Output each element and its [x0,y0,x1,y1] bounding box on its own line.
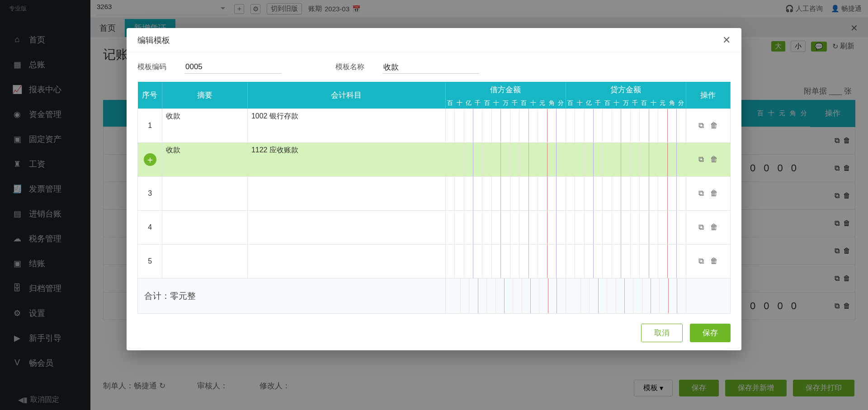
subject-cell[interactable] [247,177,445,211]
credit-cell[interactable] [566,177,686,211]
modal-save-button[interactable]: 保存 [690,324,731,342]
modal-close-button[interactable]: ✕ [722,34,731,46]
modal-title: 编辑模板 [137,35,170,46]
credit-cell[interactable] [566,245,686,278]
subject-cell[interactable] [247,245,445,278]
summary-cell[interactable] [162,177,248,211]
th-summary: 摘要 [162,82,248,109]
debit-cell[interactable] [445,109,566,143]
th-debit-units: 百十亿千百十万千百十元角分 [445,98,566,109]
seq-cell: ＋ [138,143,162,177]
summary-cell[interactable] [162,211,248,245]
debit-cell[interactable] [445,177,566,211]
copy-row-icon[interactable]: ⧉ [698,223,704,232]
add-row-button[interactable]: ＋ [144,153,156,166]
credit-cell[interactable] [566,211,686,245]
delete-row-icon[interactable]: 🗑 [710,223,718,232]
op-cell: ⧉🗑 [686,245,730,278]
subject-cell[interactable]: 1122 应收账款 [247,143,445,177]
credit-cell[interactable] [566,109,686,143]
credit-cell[interactable] [566,143,686,177]
table-row[interactable]: 4⧉🗑 [138,211,731,245]
th-credit: 贷方金额 [566,82,686,98]
copy-row-icon[interactable]: ⧉ [698,155,704,164]
delete-row-icon[interactable]: 🗑 [710,155,718,164]
template-code-input[interactable] [184,61,281,74]
delete-row-icon[interactable]: 🗑 [710,257,718,266]
seq-cell: 3 [138,177,162,211]
summary-cell[interactable]: 收款 [162,109,248,143]
th-seq: 序号 [138,82,162,109]
name-label: 模板名称 [335,62,364,72]
th-debit: 借方金额 [445,82,566,98]
op-cell: ⧉🗑 [686,177,730,211]
total-credit [566,278,686,314]
copy-row-icon[interactable]: ⧉ [698,189,704,198]
modal-cancel-button[interactable]: 取消 [641,324,683,342]
th-subject: 会计科目 [247,82,445,109]
subject-cell[interactable]: 1002 银行存款 [247,109,445,143]
seq-cell: 1 [138,109,162,143]
total-debit [445,278,566,314]
copy-row-icon[interactable]: ⧉ [698,121,704,130]
template-table: 序号 摘要 会计科目 借方金额 贷方金额 操作 百十亿千百十万千百十元角分 百十… [137,82,731,314]
seq-cell: 5 [138,245,162,278]
edit-template-modal: 编辑模板 ✕ 模板编码 模板名称 序号 摘要 会计科目 借方金额 贷方金额 [127,28,741,350]
th-op: 操作 [686,82,730,109]
code-label: 模板编码 [137,62,166,72]
op-cell: ⧉🗑 [686,109,730,143]
debit-cell[interactable] [445,211,566,245]
debit-cell[interactable] [445,245,566,278]
template-name-input[interactable] [382,61,479,74]
table-row[interactable]: 3⧉🗑 [138,177,731,211]
delete-row-icon[interactable]: 🗑 [710,121,718,130]
copy-row-icon[interactable]: ⧉ [698,257,704,266]
summary-cell[interactable] [162,245,248,278]
th-credit-units: 百十亿千百十万千百十元角分 [566,98,686,109]
summary-cell[interactable]: 收款 [162,143,248,177]
total-op [686,278,730,314]
table-row[interactable]: 1收款1002 银行存款⧉🗑 [138,109,731,143]
delete-row-icon[interactable]: 🗑 [710,189,718,198]
op-cell: ⧉🗑 [686,211,730,245]
debit-cell[interactable] [445,143,566,177]
op-cell: ⧉🗑 [686,143,730,177]
total-label: 合计：零元整 [138,278,446,314]
table-row[interactable]: 5⧉🗑 [138,245,731,278]
subject-cell[interactable] [247,211,445,245]
seq-cell: 4 [138,211,162,245]
table-row[interactable]: ＋收款1122 应收账款⧉🗑 [138,143,731,177]
